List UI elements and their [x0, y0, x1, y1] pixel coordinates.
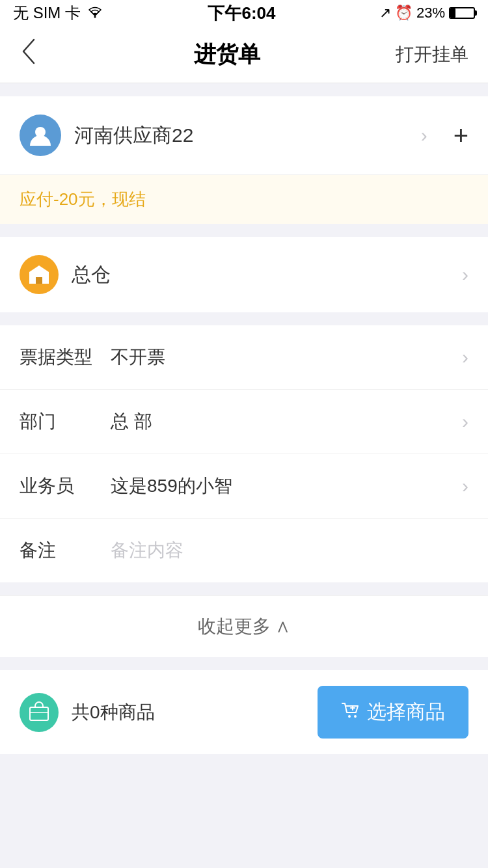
product-count: 共0种商品 — [72, 700, 305, 725]
department-row[interactable]: 部门 总 部 › — [0, 390, 488, 454]
remark-input[interactable]: 备注内容 — [111, 538, 468, 563]
invoice-chevron-icon: › — [462, 346, 468, 368]
warehouse-icon — [20, 255, 59, 294]
sales-label: 业务员 — [20, 474, 111, 498]
sales-chevron-icon: › — [462, 475, 468, 497]
supplier-section: 河南供应商22 › + 应付-20元，现结 — [0, 96, 488, 224]
svg-rect-3 — [36, 277, 42, 284]
warehouse-name: 总仓 — [72, 262, 462, 288]
remark-label: 备注 — [20, 538, 111, 563]
back-button[interactable] — [20, 37, 59, 72]
status-bar: 无 SIM 卡 下午6:04 ↗ ⏰ 23% — [0, 0, 488, 26]
collapse-text: 收起更多 ∧ — [198, 614, 291, 639]
department-chevron-icon: › — [462, 411, 468, 433]
alarm-icon: ⏰ — [395, 5, 413, 21]
location-icon: ↗ — [379, 5, 391, 21]
sales-row[interactable]: 业务员 这是859的小智 › — [0, 454, 488, 519]
nav-bar: 进货单 打开挂单 — [0, 26, 488, 83]
warehouse-chevron-icon: › — [462, 264, 468, 286]
supplier-avatar — [20, 115, 61, 156]
select-product-label: 选择商品 — [367, 699, 445, 726]
invoice-row[interactable]: 票据类型 不开票 › — [0, 325, 488, 390]
section-gap-1 — [0, 83, 488, 96]
open-pending-button[interactable]: 打开挂单 — [396, 42, 468, 67]
svg-rect-4 — [30, 707, 48, 720]
warehouse-section[interactable]: 总仓 › — [0, 237, 488, 312]
notice-text: 应付-20元，现结 — [20, 189, 146, 209]
page-title: 进货单 — [194, 40, 260, 70]
supplier-chevron-icon: › — [421, 124, 427, 146]
svg-point-7 — [354, 715, 357, 718]
select-cart-icon — [341, 701, 360, 724]
select-product-button[interactable]: 选择商品 — [318, 686, 468, 739]
wifi-icon — [86, 4, 104, 22]
status-left: 无 SIM 卡 — [13, 3, 104, 23]
battery-percent: 23% — [416, 5, 445, 21]
supplier-row[interactable]: 河南供应商22 › + — [0, 96, 488, 175]
add-supplier-button[interactable]: + — [454, 121, 468, 150]
status-right: ↗ ⏰ 23% — [379, 5, 475, 21]
department-value: 总 部 — [111, 409, 455, 434]
invoice-value: 不开票 — [111, 345, 455, 370]
bottom-bar: 共0种商品 选择商品 — [0, 670, 488, 754]
remark-row[interactable]: 备注 备注内容 — [0, 519, 488, 582]
svg-point-0 — [94, 16, 96, 18]
sales-value: 这是859的小智 — [111, 474, 455, 498]
department-label: 部门 — [20, 409, 111, 434]
invoice-label: 票据类型 — [20, 345, 111, 370]
svg-point-6 — [348, 715, 351, 718]
carrier-text: 无 SIM 卡 — [13, 3, 81, 23]
battery-icon — [449, 7, 475, 19]
status-time: 下午6:04 — [208, 2, 275, 25]
form-section: 票据类型 不开票 › 部门 总 部 › 业务员 这是859的小智 › 备注 备注… — [0, 325, 488, 582]
supplier-name: 河南供应商22 — [74, 122, 421, 149]
notice-banner: 应付-20元，现结 — [0, 175, 488, 224]
collapse-button[interactable]: 收起更多 ∧ — [0, 595, 488, 657]
product-icon — [20, 693, 59, 732]
